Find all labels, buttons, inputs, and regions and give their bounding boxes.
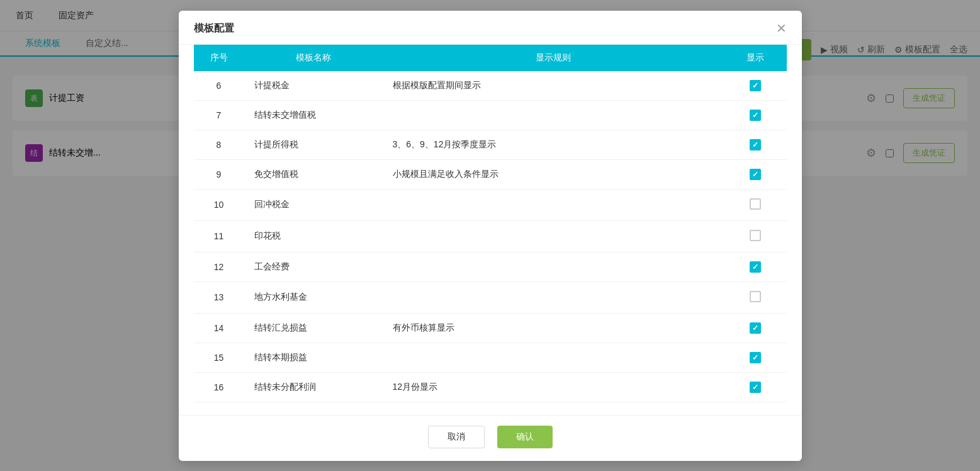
cell-rule [383,220,724,252]
cell-name: 计提所得税 [244,130,383,159]
cell-rule: 小规模且满足收入条件显示 [383,159,724,189]
confirm-button[interactable]: 确认 [497,426,553,448]
cell-rule [383,189,724,220]
cell-id: 7 [194,100,244,130]
cell-name: 结转未交增值税 [244,100,383,130]
table-body: 6计提税金根据模版配置期间显示7结转未交增值税8计提所得税3、6、9、12月按季… [194,71,787,402]
cell-checkbox [724,372,787,402]
cell-id: 10 [194,189,244,220]
cell-name: 结转汇兑损益 [244,313,383,343]
cell-checkbox [724,252,787,281]
cell-id: 8 [194,130,244,159]
table-row: 16结转未分配利润12月份显示 [194,372,787,402]
cell-checkbox [724,71,787,101]
row-checkbox-9[interactable] [750,169,761,180]
row-checkbox-12[interactable] [750,261,761,273]
cell-id: 13 [194,281,244,313]
cell-checkbox [724,159,787,189]
col-header-show: 显示 [724,45,787,71]
table-row: 14结转汇兑损益有外币核算显示 [194,313,787,343]
cell-rule [383,281,724,313]
cell-checkbox [724,220,787,252]
row-checkbox-8[interactable] [750,139,761,150]
col-header-name: 模板名称 [244,45,383,71]
modal-body: 序号 模板名称 显示规则 显示 6计提税金根据模版配置期间显示7结转未交增值税8… [179,45,802,415]
modal-header: 模板配置 ✕ [179,11,802,45]
cell-checkbox [724,100,787,130]
cell-id: 12 [194,252,244,281]
cell-id: 11 [194,220,244,252]
cell-name: 结转未分配利润 [244,372,383,402]
cell-checkbox [724,313,787,343]
cell-name: 印花税 [244,220,383,252]
cell-name: 结转本期损益 [244,343,383,372]
cell-name: 免交增值税 [244,159,383,189]
table-row: 15结转本期损益 [194,343,787,372]
cell-name: 工会经费 [244,252,383,281]
row-checkbox-10[interactable] [750,198,761,210]
col-header-rule: 显示规则 [383,45,724,71]
cell-id: 6 [194,71,244,101]
cell-rule: 根据模版配置期间显示 [383,71,724,101]
table-row: 6计提税金根据模版配置期间显示 [194,71,787,101]
row-checkbox-13[interactable] [750,291,761,302]
table-header: 序号 模板名称 显示规则 显示 [194,45,787,71]
cell-id: 14 [194,313,244,343]
row-checkbox-11[interactable] [750,230,761,241]
cell-checkbox [724,343,787,372]
row-checkbox-7[interactable] [750,110,761,121]
cell-rule [383,252,724,281]
cell-rule: 有外币核算显示 [383,313,724,343]
cell-checkbox [724,189,787,220]
cell-rule: 12月份显示 [383,372,724,402]
config-table: 序号 模板名称 显示规则 显示 6计提税金根据模版配置期间显示7结转未交增值税8… [194,45,787,402]
row-checkbox-14[interactable] [750,322,761,334]
close-icon[interactable]: ✕ [776,22,787,35]
cell-rule: 3、6、9、12月按季度显示 [383,130,724,159]
table-row: 8计提所得税3、6、9、12月按季度显示 [194,130,787,159]
modal-overlay: 模板配置 ✕ 序号 模板名称 显示规则 显示 6计提税金根据模版配置期间显示7结… [0,0,980,471]
table-row: 7结转未交增值税 [194,100,787,130]
cell-name: 地方水利基金 [244,281,383,313]
cell-name: 计提税金 [244,71,383,101]
table-row: 11印花税 [194,220,787,252]
cell-checkbox [724,281,787,313]
row-checkbox-16[interactable] [750,382,761,393]
cell-id: 9 [194,159,244,189]
cell-checkbox [724,130,787,159]
table-row: 13地方水利基金 [194,281,787,313]
cell-rule [383,343,724,372]
cell-id: 15 [194,343,244,372]
col-header-id: 序号 [194,45,244,71]
table-row: 9免交增值税小规模且满足收入条件显示 [194,159,787,189]
cell-id: 16 [194,372,244,402]
table-row: 10回冲税金 [194,189,787,220]
cancel-button[interactable]: 取消 [428,426,485,448]
row-checkbox-6[interactable] [750,80,761,91]
modal-template-config: 模板配置 ✕ 序号 模板名称 显示规则 显示 6计提税金根据模版配置期间显示7结… [179,11,802,461]
modal-title: 模板配置 [194,22,234,35]
table-row: 12工会经费 [194,252,787,281]
cell-rule [383,100,724,130]
row-checkbox-15[interactable] [750,352,761,363]
cell-name: 回冲税金 [244,189,383,220]
modal-footer: 取消 确认 [179,415,802,461]
